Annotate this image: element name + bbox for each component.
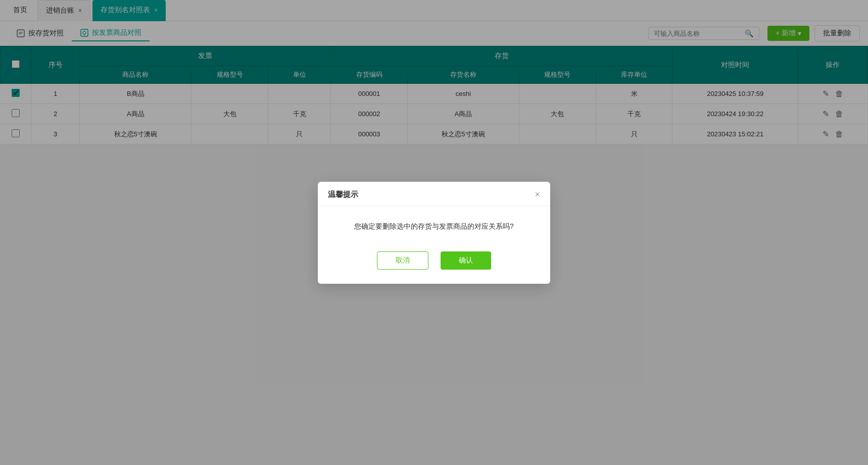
dialog-overlay: 温馨提示 × 您确定要删除选中的存货与发票商品的对应关系吗? 取消 确认 — [0, 0, 868, 144]
